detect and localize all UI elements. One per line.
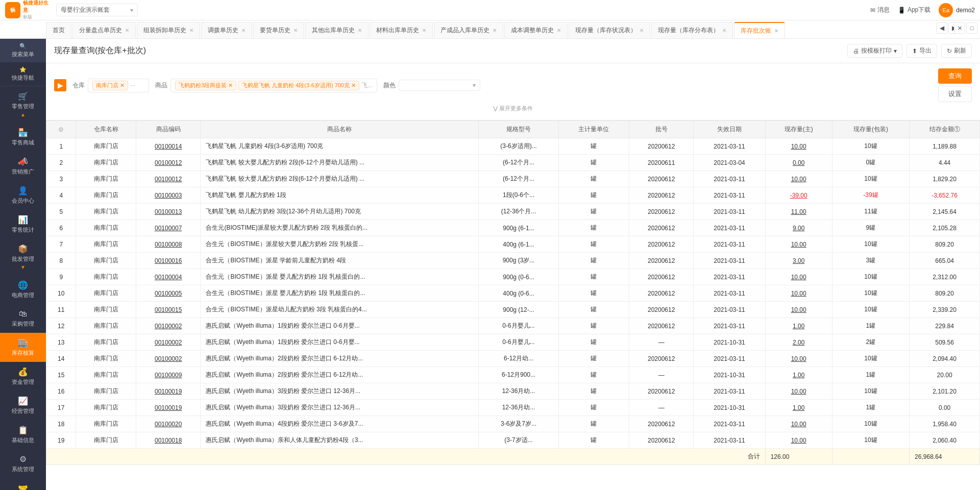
query-button[interactable]: 查询 bbox=[938, 68, 972, 84]
product-filter-input[interactable]: 飞鹤奶粉3段两提装 ✕ 飞鹤星飞帆 儿童奶粉 4段(3-6岁适用) 700克 ✕… bbox=[170, 79, 377, 92]
cell-code[interactable]: 00100008 bbox=[136, 236, 201, 253]
tab-5-close-icon[interactable]: ✕ bbox=[358, 28, 362, 33]
sidebar-item-finance[interactable]: 💰 资金管理 bbox=[0, 362, 46, 391]
tab-prev-button[interactable]: ◀ bbox=[936, 22, 947, 34]
cell-code[interactable]: 00100002 bbox=[136, 351, 201, 367]
tab-7[interactable]: 产成品入库单历史 ✕ bbox=[434, 22, 503, 38]
tab-home[interactable]: 首页 bbox=[46, 22, 71, 38]
cell-code[interactable]: 00100007 bbox=[136, 220, 201, 236]
warehouse-tag-remove-icon[interactable]: ✕ bbox=[120, 82, 125, 89]
sidebar-item-purchase[interactable]: 🛍 采购管理 bbox=[0, 304, 46, 333]
tab-2-close-icon[interactable]: ✕ bbox=[189, 28, 193, 33]
cell-code[interactable]: 00100016 bbox=[136, 253, 201, 269]
tab-1-close-icon[interactable]: ✕ bbox=[125, 28, 129, 33]
sidebar-search[interactable]: 🔍 搜索菜单 bbox=[0, 39, 46, 62]
cell-code[interactable]: 00100014 bbox=[136, 138, 201, 155]
tab-9[interactable]: 现存量（库存状况表） ✕ bbox=[569, 22, 650, 38]
tab-4-close-icon[interactable]: ✕ bbox=[293, 28, 298, 33]
tab-6[interactable]: 材料出库单历史 ✕ bbox=[370, 22, 433, 38]
cell-code[interactable]: 00100009 bbox=[136, 367, 201, 383]
sidebar-item-collab[interactable]: 🤝 企业协同 bbox=[0, 478, 46, 490]
tab-1[interactable]: 分量盘点单历史 ✕ bbox=[72, 22, 136, 38]
sidebar-item-retail-mgmt[interactable]: 🛒 零售管理 ▲ bbox=[0, 86, 46, 122]
tab-9-close-icon[interactable]: ✕ bbox=[640, 28, 644, 33]
cell-code[interactable]: 00100019 bbox=[136, 383, 201, 400]
tab-8-close-icon[interactable]: ✕ bbox=[557, 28, 561, 33]
sidebar-item-sys[interactable]: ⚙ 系统管理 bbox=[0, 449, 46, 478]
cell-code[interactable]: 00100020 bbox=[136, 416, 201, 432]
tab-11[interactable]: 库存批次账 ✕ bbox=[734, 22, 785, 38]
tab-3-close-icon[interactable]: ✕ bbox=[241, 28, 246, 33]
filter-expand-button[interactable]: ▶ bbox=[54, 79, 66, 91]
tab-6-close-icon[interactable]: ✕ bbox=[422, 28, 426, 33]
tab-3[interactable]: 调拨单历史 ✕ bbox=[201, 22, 252, 38]
product-tag-1-remove-icon[interactable]: ✕ bbox=[228, 82, 233, 89]
expand-more-button[interactable]: ⋁ 展开更多条件 bbox=[493, 105, 533, 112]
user-area[interactable]: Ea demo2 bbox=[939, 3, 975, 17]
sidebar-item-bizops[interactable]: 📈 经营管理 bbox=[0, 391, 46, 420]
cell-qty[interactable]: 2.00 bbox=[765, 334, 832, 351]
cell-code[interactable]: 00100012 bbox=[136, 155, 201, 171]
cell-qty[interactable]: 10.00 bbox=[765, 416, 832, 432]
sidebar-item-basic[interactable]: 📋 基础信息 bbox=[0, 420, 46, 449]
cell-code[interactable]: 00100002 bbox=[136, 318, 201, 334]
tab-11-close-icon[interactable]: ✕ bbox=[774, 28, 778, 34]
app-download-button[interactable]: 📱 App下载 bbox=[898, 6, 930, 14]
cell-qty[interactable]: 11.00 bbox=[765, 204, 832, 220]
industry-select[interactable]: 母婴行业演示账套 ▾ bbox=[56, 4, 138, 16]
sidebar-item-wholesale[interactable]: 📦 批发管理 ▼ bbox=[0, 239, 46, 275]
tab-maximize-button[interactable]: □ bbox=[966, 22, 977, 34]
cell-qty[interactable]: 1.00 bbox=[765, 367, 832, 383]
sidebar-item-marketing[interactable]: 📣 营销推广 bbox=[0, 152, 46, 181]
cell-qty[interactable]: 0.00 bbox=[765, 155, 832, 171]
setting-button[interactable]: 设置 bbox=[938, 86, 972, 102]
sidebar-item-ecom[interactable]: 🌐 电商管理 bbox=[0, 275, 46, 304]
cell-qty[interactable]: 10.00 bbox=[765, 236, 832, 253]
cell-code[interactable]: 00100002 bbox=[136, 334, 201, 351]
tab-7-close-icon[interactable]: ✕ bbox=[493, 28, 497, 33]
template-print-button[interactable]: 🖨 按模板打印 ▾ bbox=[847, 44, 902, 58]
tab-10[interactable]: 现存量（库存分布表） ✕ bbox=[651, 22, 733, 38]
cell-code[interactable]: 00100015 bbox=[136, 302, 201, 318]
product-tag-2-remove-icon[interactable]: ✕ bbox=[351, 82, 356, 89]
cell-qty[interactable]: -39.00 bbox=[765, 187, 832, 204]
sidebar-item-member[interactable]: 👤 会员中心 bbox=[0, 181, 46, 210]
cell-code[interactable]: 00100018 bbox=[136, 432, 201, 449]
message-button[interactable]: ✉ 消息 bbox=[870, 6, 890, 14]
color-filter-input[interactable]: ▾ bbox=[399, 80, 480, 91]
cell-qty[interactable]: 9.00 bbox=[765, 220, 832, 236]
tab-2[interactable]: 组装拆卸单历史 ✕ bbox=[137, 22, 200, 38]
sidebar-item-retail-stat[interactable]: 📊 零售统计 bbox=[0, 210, 46, 239]
refresh-button[interactable]: ↻ 刷新 bbox=[941, 44, 972, 58]
cell-qty[interactable]: 1.00 bbox=[765, 318, 832, 334]
cell-qty[interactable]: 10.00 bbox=[765, 432, 832, 449]
warehouse-filter-input[interactable]: 南库门店 ✕ ··· bbox=[88, 79, 149, 92]
cell-code[interactable]: 00100004 bbox=[136, 269, 201, 285]
cell-code[interactable]: 00100019 bbox=[136, 400, 201, 416]
cell-qty[interactable]: 10.00 bbox=[765, 302, 832, 318]
cell-qty[interactable]: 10.00 bbox=[765, 138, 832, 155]
tab-5[interactable]: 其他出库单历史 ✕ bbox=[305, 22, 369, 38]
tab-4[interactable]: 要货单历史 ✕ bbox=[253, 22, 304, 38]
tab-close-all-button[interactable]: ✕ bbox=[954, 22, 965, 34]
cell-qty[interactable]: 1.00 bbox=[765, 400, 832, 416]
cell-code[interactable]: 00100003 bbox=[136, 187, 201, 204]
cell-qty[interactable]: 10.00 bbox=[765, 171, 832, 187]
product-filter-more[interactable]: 飞... bbox=[361, 81, 373, 90]
cell-qty[interactable]: 10.00 bbox=[765, 351, 832, 367]
tab-8[interactable]: 成本调整单历史 ✕ bbox=[504, 22, 568, 38]
cell-qty[interactable]: 3.00 bbox=[765, 253, 832, 269]
cell-qty[interactable]: 10.00 bbox=[765, 285, 832, 302]
warehouse-filter-more[interactable]: ··· bbox=[130, 82, 135, 89]
tab-10-close-icon[interactable]: ✕ bbox=[722, 28, 726, 33]
sidebar-quick-nav[interactable]: ⭐ 快捷导航 bbox=[0, 62, 46, 86]
sidebar-item-inventory[interactable]: 🏬 库存核算 bbox=[0, 333, 46, 362]
cell-code[interactable]: 00100012 bbox=[136, 171, 201, 187]
cell-qty[interactable]: 10.00 bbox=[765, 383, 832, 400]
export-button[interactable]: ⬆ 导出 bbox=[906, 44, 937, 58]
sidebar-item-retail-shop[interactable]: 🏪 零售商城 bbox=[0, 122, 46, 152]
cell-code[interactable]: 00100005 bbox=[136, 285, 201, 302]
col-settings[interactable]: ⚙ bbox=[46, 121, 76, 138]
cell-qty[interactable]: 10.00 bbox=[765, 269, 832, 285]
cell-code[interactable]: 00100013 bbox=[136, 204, 201, 220]
